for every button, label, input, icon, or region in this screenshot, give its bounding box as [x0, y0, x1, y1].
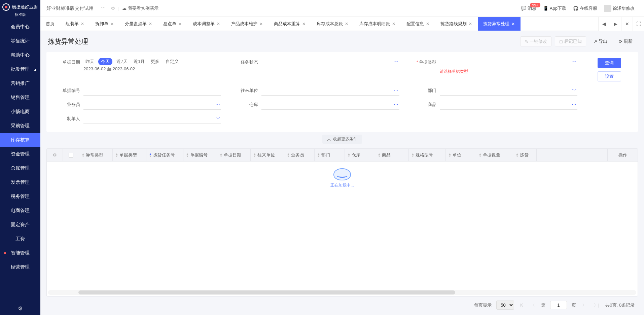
column-header-5[interactable]: ▲▼往来单位	[251, 149, 284, 161]
sidebar-item-8[interactable]: 库存核算	[0, 133, 40, 147]
table-settings-icon[interactable]: ⚙	[47, 149, 63, 161]
date-option-2[interactable]: 近7天	[114, 58, 130, 65]
sidebar-item-1[interactable]: 零售统计	[0, 34, 40, 48]
select-all-checkbox[interactable]	[63, 149, 79, 161]
tab-1[interactable]: 组装单✕	[60, 17, 90, 31]
collapse-filters-button[interactable]: ︽ 收起更多条件	[322, 135, 362, 144]
close-icon[interactable]: ✕	[302, 22, 306, 26]
page-prev[interactable]: 〈	[529, 302, 536, 308]
column-header-10[interactable]: ▲▼规格型号	[409, 149, 446, 161]
sidebar-item-11[interactable]: 发票管理	[0, 175, 40, 189]
close-icon[interactable]: ✕	[178, 22, 182, 26]
column-header-4[interactable]: ▲▼单据日期	[217, 149, 251, 161]
page-next[interactable]: 〉	[581, 302, 588, 308]
sidebar-item-7[interactable]: 采购管理	[0, 119, 40, 133]
tab-4[interactable]: 盘点单✕	[158, 17, 187, 31]
column-header-2[interactable]: ▲▼拣货任务号	[146, 149, 183, 161]
batch-edit-button[interactable]: ✎一键修改	[520, 36, 551, 46]
user-menu[interactable]: 徐泽华修改	[604, 5, 635, 12]
warehouse-input[interactable]	[261, 100, 399, 110]
sidebar-item-15[interactable]: 工资	[0, 232, 40, 246]
mark-known-button[interactable]: ◻标记已知	[555, 36, 586, 46]
page-last[interactable]: 〉|	[593, 302, 601, 308]
sidebar-item-9[interactable]: 资金管理	[0, 147, 40, 161]
sidebar-item-17[interactable]: 经营管理	[0, 260, 40, 274]
tab-7[interactable]: 商品成本重算✕	[269, 17, 311, 31]
close-icon[interactable]: ✕	[217, 22, 220, 26]
chevron-down-icon[interactable]: ﹀	[101, 5, 105, 11]
sidebar-item-3[interactable]: 批发管理▲	[0, 62, 40, 76]
column-header-7[interactable]: ▲▼部门	[315, 149, 345, 161]
tab-11[interactable]: 拣货路线规划✕	[435, 17, 478, 31]
refresh-button[interactable]: ⟳刷新	[615, 37, 637, 46]
tabs-close-all[interactable]: ✕	[621, 17, 633, 31]
settings-icon[interactable]: ⚙	[111, 6, 115, 11]
horizontal-scrollbar[interactable]	[48, 290, 636, 295]
sidebar-item-16[interactable]: 智能管理	[0, 246, 40, 260]
creator-select[interactable]	[83, 114, 221, 124]
online-service[interactable]: 🎧 在线客服	[573, 5, 597, 11]
messages[interactable]: 💬 消息 99+	[521, 5, 536, 11]
tab-12[interactable]: 拣货异常处理✕	[478, 17, 521, 31]
setting-button[interactable]: 设置	[598, 71, 621, 81]
tabs-prev[interactable]: ◀	[598, 17, 610, 31]
sidebar-item-13[interactable]: 电商管理	[0, 204, 40, 218]
date-option-4[interactable]: 更多	[149, 58, 162, 65]
docno-input[interactable]	[83, 86, 221, 96]
tab-9[interactable]: 库存成本明细账✕	[354, 17, 401, 31]
page-first[interactable]: K	[519, 303, 525, 308]
close-icon[interactable]: ✕	[511, 22, 515, 26]
column-header-9[interactable]: ▲▼商品	[375, 149, 409, 161]
sidebar-settings[interactable]: ⚙	[0, 302, 40, 315]
column-header-6[interactable]: ▲▼业务员	[284, 149, 315, 161]
date-option-3[interactable]: 近1月	[132, 58, 147, 65]
close-icon[interactable]: ✕	[259, 22, 263, 26]
sidebar-item-0[interactable]: 会员中心	[0, 20, 40, 34]
column-header-1[interactable]: ▲▼单据类型	[113, 149, 146, 161]
sidebar-item-5[interactable]: 销售管理	[0, 91, 40, 105]
sidebar-item-2[interactable]: 帮助中心	[0, 48, 40, 62]
column-header-11[interactable]: ▲▼单位	[446, 149, 476, 161]
product-input[interactable]	[440, 100, 577, 110]
tab-8[interactable]: 库存成本总账✕	[311, 17, 354, 31]
close-icon[interactable]: ✕	[392, 22, 395, 26]
close-icon[interactable]: ✕	[469, 22, 472, 26]
status-select[interactable]	[261, 58, 399, 67]
tabs-fullscreen[interactable]: ⛶	[633, 17, 644, 31]
close-icon[interactable]: ✕	[81, 22, 84, 26]
tab-5[interactable]: 成本调整单✕	[187, 17, 226, 31]
close-icon[interactable]: ✕	[426, 22, 429, 26]
per-page-select[interactable]: 50	[496, 301, 514, 310]
tab-0[interactable]: 首页	[40, 17, 60, 31]
page-input[interactable]	[550, 301, 567, 309]
sidebar-item-4[interactable]: 营销推广	[0, 76, 40, 91]
sidebar-item-10[interactable]: 总账管理	[0, 161, 40, 175]
close-icon[interactable]: ✕	[149, 22, 152, 26]
query-button[interactable]: 查询	[598, 58, 621, 68]
doctype-select[interactable]	[440, 58, 577, 67]
column-header-13[interactable]: ▲▼拣货	[513, 149, 537, 161]
date-option-1[interactable]: 今天	[98, 58, 112, 65]
column-header-0[interactable]: ▲▼异常类型	[79, 149, 113, 161]
close-icon[interactable]: ✕	[110, 22, 114, 26]
sidebar-item-14[interactable]: 固定资产	[0, 218, 40, 232]
tab-2[interactable]: 拆卸单✕	[90, 17, 119, 31]
column-header-8[interactable]: ▲▼仓库	[345, 149, 375, 161]
sidebar-item-6[interactable]: 小畅电商	[0, 105, 40, 119]
close-icon[interactable]: ✕	[345, 22, 348, 26]
partner-input[interactable]	[261, 86, 399, 96]
column-header-3[interactable]: ▲▼单据编号	[183, 149, 217, 161]
tab-3[interactable]: 分量盘点单✕	[119, 17, 158, 31]
date-option-0[interactable]: 昨天	[83, 58, 96, 65]
tab-10[interactable]: 配置信息✕	[401, 17, 435, 31]
operator-input[interactable]	[83, 100, 221, 110]
app-download[interactable]: 📱 App下载	[543, 5, 566, 11]
dept-select[interactable]	[440, 86, 577, 96]
tab-6[interactable]: 产品成本维护✕	[226, 17, 269, 31]
export-button[interactable]: ↗导出	[589, 37, 611, 46]
tabs-next[interactable]: ▶	[610, 17, 621, 31]
demo-link[interactable]: ☁ 我要看实例演示	[122, 5, 158, 11]
column-header-12[interactable]: ▲▼单据数量	[476, 149, 513, 161]
date-option-5[interactable]: 自定义	[164, 58, 181, 65]
sidebar-item-12[interactable]: 税务管理	[0, 189, 40, 204]
